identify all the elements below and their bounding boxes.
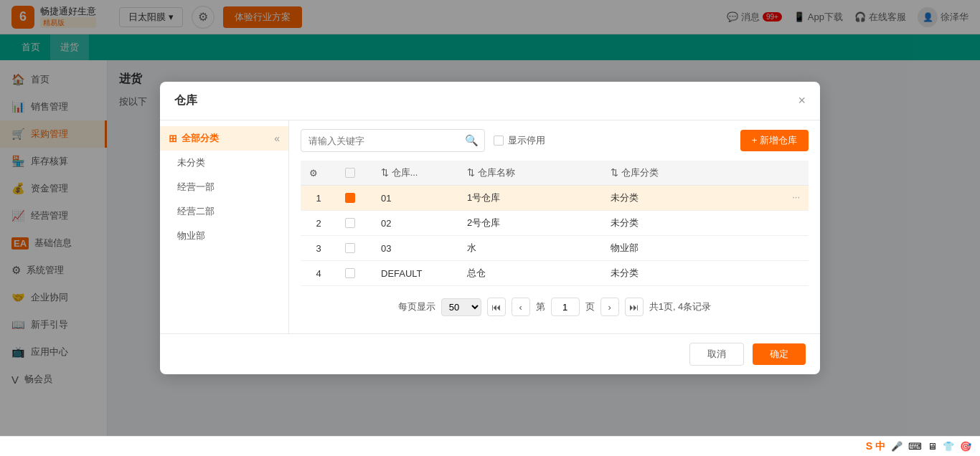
row-checkbox[interactable] bbox=[345, 243, 355, 253]
table-row[interactable]: 2 02 2号仓库 未分类 bbox=[301, 211, 809, 236]
modal-title: 仓库 bbox=[174, 93, 197, 108]
modal-close-button[interactable]: × bbox=[798, 93, 806, 108]
add-warehouse-button[interactable]: + 新增仓库 bbox=[740, 130, 809, 151]
page-input[interactable] bbox=[551, 298, 580, 316]
table-row[interactable]: 4 DEFAULT 总仓 未分类 bbox=[301, 261, 809, 286]
td-name: 2号仓库 bbox=[458, 211, 602, 236]
shirt-icon[interactable]: 👕 bbox=[943, 441, 954, 452]
td-category: 未分类 bbox=[602, 261, 809, 286]
td-num: 4 bbox=[301, 261, 336, 286]
td-checkbox bbox=[336, 261, 372, 286]
category-item-dept2[interactable]: 经营二部 bbox=[160, 199, 288, 224]
td-category: 未分类··· bbox=[602, 186, 809, 211]
search-input[interactable] bbox=[301, 136, 459, 146]
modal-body: ⊞ 全部分类 « 未分类 经营一部 经营二部 物业部 bbox=[160, 120, 820, 333]
table-panel: 🔍 显示停用 + 新增仓库 ⚙ bbox=[289, 120, 820, 333]
row-checkbox[interactable] bbox=[345, 193, 355, 203]
row-checkbox[interactable] bbox=[345, 268, 355, 278]
table-row[interactable]: 1 01 1号仓库 未分类··· bbox=[301, 186, 809, 211]
modal-overlay: 仓库 × ⊞ 全部分类 « 未分类 经营一部 bbox=[0, 0, 980, 456]
cancel-button[interactable]: 取消 bbox=[689, 343, 744, 366]
sort-icon-name: ⇅ bbox=[467, 167, 475, 178]
modal-footer: 取消 确定 bbox=[160, 333, 820, 374]
header-checkbox[interactable] bbox=[345, 168, 355, 178]
table-toolbar: 🔍 显示停用 + 新增仓库 bbox=[301, 129, 809, 152]
row-checkbox[interactable] bbox=[345, 218, 355, 228]
mic-icon[interactable]: 🎤 bbox=[891, 441, 903, 452]
td-checkbox bbox=[336, 236, 372, 261]
page-next-button[interactable]: › bbox=[600, 298, 619, 316]
per-page-label: 每页显示 bbox=[398, 300, 435, 313]
all-category-label[interactable]: ⊞ 全部分类 bbox=[169, 132, 219, 145]
td-name: 1号仓库 bbox=[458, 186, 602, 211]
th-name: ⇅ 仓库名称 bbox=[458, 161, 602, 186]
search-box: 🔍 bbox=[301, 129, 485, 152]
keyboard-icon[interactable]: ⌨ bbox=[908, 441, 922, 452]
table-header: ⚙ ⇅ 仓库... ⇅ 仓库名称 bbox=[301, 161, 809, 186]
td-code: 02 bbox=[372, 211, 458, 236]
sort-icon-cat: ⇅ bbox=[611, 167, 618, 178]
td-category: 未分类 bbox=[602, 211, 809, 236]
category-item-property[interactable]: 物业部 bbox=[160, 224, 288, 248]
page-last-button[interactable]: ⏭ bbox=[625, 298, 644, 316]
page-label: 第 bbox=[536, 300, 545, 313]
td-num: 1 bbox=[301, 186, 336, 211]
warehouse-table: ⚙ ⇅ 仓库... ⇅ 仓库名称 bbox=[301, 161, 809, 286]
th-checkbox bbox=[336, 161, 372, 186]
category-panel: ⊞ 全部分类 « 未分类 经营一部 经营二部 物业部 bbox=[160, 120, 289, 333]
target-icon[interactable]: 🎯 bbox=[960, 441, 971, 452]
search-icon[interactable]: 🔍 bbox=[459, 134, 484, 147]
td-name: 水 bbox=[458, 236, 602, 261]
table-row[interactable]: 3 03 水 物业部 bbox=[301, 236, 809, 261]
category-item-unclassified[interactable]: 未分类 bbox=[160, 151, 288, 175]
th-settings: ⚙ bbox=[301, 161, 336, 186]
td-code: 01 bbox=[372, 186, 458, 211]
td-checkbox bbox=[336, 186, 372, 211]
warehouse-modal: 仓库 × ⊞ 全部分类 « 未分类 经营一部 bbox=[160, 82, 820, 374]
td-checkbox bbox=[336, 211, 372, 236]
td-code: DEFAULT bbox=[372, 261, 458, 286]
category-header: ⊞ 全部分类 « bbox=[160, 126, 288, 151]
monitor-icon[interactable]: 🖥 bbox=[928, 441, 937, 452]
th-category: ⇅ 仓库分类 bbox=[602, 161, 809, 186]
status-logo: S 中 bbox=[866, 440, 885, 453]
table-body: 1 01 1号仓库 未分类··· 2 02 2号仓库 未分类 3 03 水 物业… bbox=[301, 186, 809, 286]
page-prev-button[interactable]: ‹ bbox=[512, 298, 530, 316]
per-page-select[interactable]: 50 20 100 bbox=[441, 298, 481, 316]
th-code: ⇅ 仓库... bbox=[372, 161, 458, 186]
all-category-text: 全部分类 bbox=[182, 132, 219, 145]
td-code: 03 bbox=[372, 236, 458, 261]
settings-icon: ⚙ bbox=[309, 168, 318, 179]
td-num: 3 bbox=[301, 236, 336, 261]
total-info: 共1页, 4条记录 bbox=[649, 300, 712, 313]
pagination: 每页显示 50 20 100 ⏮ ‹ 第 页 › ⏭ 共1页, 4条记录 bbox=[301, 289, 809, 325]
modal-header: 仓库 × bbox=[160, 82, 820, 120]
page-first-button[interactable]: ⏮ bbox=[487, 298, 506, 316]
status-bar: S 中 🎤 ⌨ 🖥 👕 🎯 bbox=[0, 436, 980, 456]
grid-icon: ⊞ bbox=[169, 133, 177, 144]
sort-icon: ⇅ bbox=[381, 167, 389, 178]
collapse-button[interactable]: « bbox=[274, 133, 280, 144]
page-suffix: 页 bbox=[585, 300, 595, 313]
confirm-button[interactable]: 确定 bbox=[753, 343, 806, 365]
td-num: 2 bbox=[301, 211, 336, 236]
show-disabled-checkbox[interactable] bbox=[494, 136, 504, 146]
show-disabled-toggle[interactable]: 显示停用 bbox=[494, 134, 545, 147]
show-disabled-label: 显示停用 bbox=[508, 134, 545, 147]
td-category: 物业部 bbox=[602, 236, 809, 261]
td-name: 总仓 bbox=[458, 261, 602, 286]
category-item-dept1[interactable]: 经营一部 bbox=[160, 175, 288, 199]
